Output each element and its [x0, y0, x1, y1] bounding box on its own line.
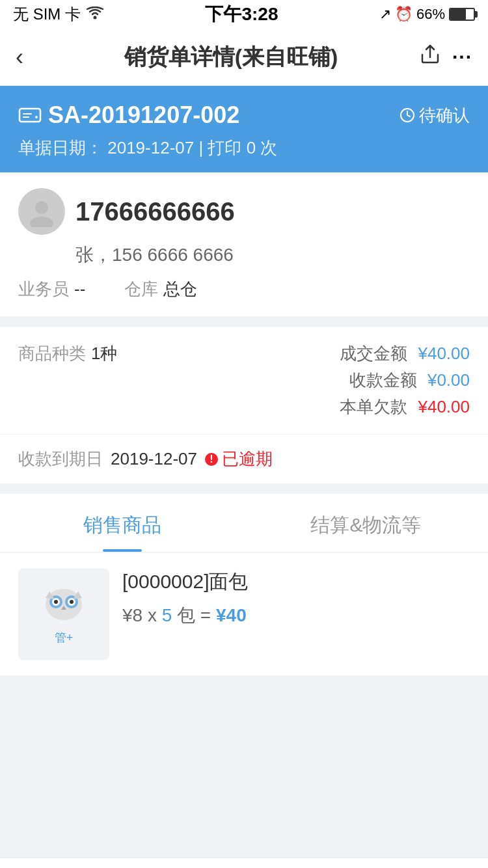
balance-amount: ¥40.00 — [418, 397, 470, 417]
empty-area — [0, 675, 488, 858]
customer-section: 17666666666 张，156 6666 6666 业务员 -- 仓库 总仓 — [0, 172, 488, 316]
svg-rect-1 — [20, 109, 40, 122]
order-banner: SA-20191207-002 待确认 单据日期： 2019-12-07 | 打… — [0, 86, 488, 172]
salesperson-value: -- — [74, 279, 85, 299]
product-qty: 5 — [162, 605, 172, 625]
status-carrier: 无 SIM 卡 — [13, 4, 104, 25]
svg-point-11 — [54, 600, 58, 604]
customer-avatar — [18, 188, 65, 235]
product-price-row: ¥8 x 5 包 = ¥40 — [122, 603, 470, 628]
wifi-icon — [86, 5, 104, 23]
customer-phone: 17666666666 — [75, 197, 235, 226]
product-info: [0000002]面包 ¥8 x 5 包 = ¥40 — [122, 569, 470, 628]
tab-settlement-logistics[interactable]: 结算&物流等 — [244, 494, 488, 552]
salesperson-item: 业务员 -- — [18, 278, 85, 301]
svg-point-5 — [30, 217, 53, 227]
carrier-text: 无 SIM 卡 — [13, 4, 81, 25]
status-icons: ↗ ⏰ 66% — [379, 6, 475, 23]
product-total: ¥40 — [216, 605, 247, 625]
order-id: SA-20191207-002 — [18, 102, 239, 129]
battery-fill — [450, 9, 466, 20]
status-bar: 无 SIM 卡 下午3:28 ↗ ⏰ 66% — [0, 0, 488, 29]
balance-row: 本单欠款 ¥40.00 — [340, 396, 470, 418]
warehouse-value: 总仓 — [163, 278, 197, 301]
customer-meta: 业务员 -- 仓库 总仓 — [18, 278, 470, 301]
overdue-badge: ! 已逾期 — [205, 448, 273, 470]
nav-bar: ‹ 销货单详情(来自旺铺) ··· — [0, 29, 488, 86]
svg-point-2 — [35, 116, 38, 118]
alarm-icon: ⏰ — [395, 6, 413, 23]
customer-top: 17666666666 — [18, 188, 470, 235]
order-id-row: SA-20191207-002 待确认 — [18, 102, 470, 129]
location-icon: ↗ — [379, 6, 391, 23]
product-type: 商品种类 1种 — [18, 342, 117, 365]
battery-text: 66% — [416, 6, 445, 23]
summary-section: 商品种类 1种 成交金额 ¥40.00 收款金额 ¥0.00 本单欠款 ¥40.… — [0, 327, 488, 434]
status-time: 下午3:28 — [205, 2, 278, 27]
svg-point-12 — [70, 600, 74, 604]
customer-name: 张，156 6666 6666 — [18, 243, 470, 267]
amounts: 成交金额 ¥40.00 收款金额 ¥0.00 本单欠款 ¥40.00 — [340, 342, 470, 418]
receipt-amount: ¥0.00 — [427, 370, 470, 390]
product-section: 管+ [0000002]面包 ¥8 x 5 包 = ¥40 — [0, 553, 488, 675]
back-button[interactable]: ‹ — [16, 44, 55, 71]
order-date-row: 单据日期： 2019-12-07 | 打印 0 次 — [18, 137, 470, 159]
svg-point-0 — [94, 16, 97, 20]
product-thumbnail: 管+ — [18, 569, 109, 660]
deal-amount: ¥40.00 — [418, 344, 470, 364]
deal-amount-row: 成交金额 ¥40.00 — [340, 342, 470, 365]
due-section: 收款到期日 2019-12-07 ! 已逾期 — [0, 434, 488, 483]
page-title: 销货单详情(来自旺铺) — [55, 42, 407, 72]
summary-row: 商品种类 1种 成交金额 ¥40.00 收款金额 ¥0.00 本单欠款 ¥40.… — [18, 342, 470, 418]
receipt-amount-row: 收款金额 ¥0.00 — [349, 369, 470, 392]
warehouse-label: 仓库 — [124, 278, 158, 301]
nav-actions: ··· — [407, 43, 472, 71]
product-name: [0000002]面包 — [122, 569, 470, 595]
order-status: 待确认 — [400, 104, 470, 127]
tab-sales-products[interactable]: 销售商品 — [0, 494, 244, 552]
warehouse-item: 仓库 总仓 — [124, 278, 197, 301]
tabs-section: 销售商品 结算&物流等 — [0, 494, 488, 553]
overdue-dot: ! — [205, 453, 218, 466]
battery-icon — [449, 8, 475, 21]
share-button[interactable] — [418, 43, 442, 71]
svg-point-4 — [35, 201, 48, 214]
divider-1 — [0, 316, 488, 327]
salesperson-label: 业务员 — [18, 278, 69, 301]
bottom-bar: 旺铺订单确认 — [0, 858, 488, 868]
more-button[interactable]: ··· — [452, 46, 472, 68]
brand-label: 管+ — [38, 630, 90, 645]
product-item: 管+ [0000002]面包 ¥8 x 5 包 = ¥40 — [18, 569, 470, 660]
